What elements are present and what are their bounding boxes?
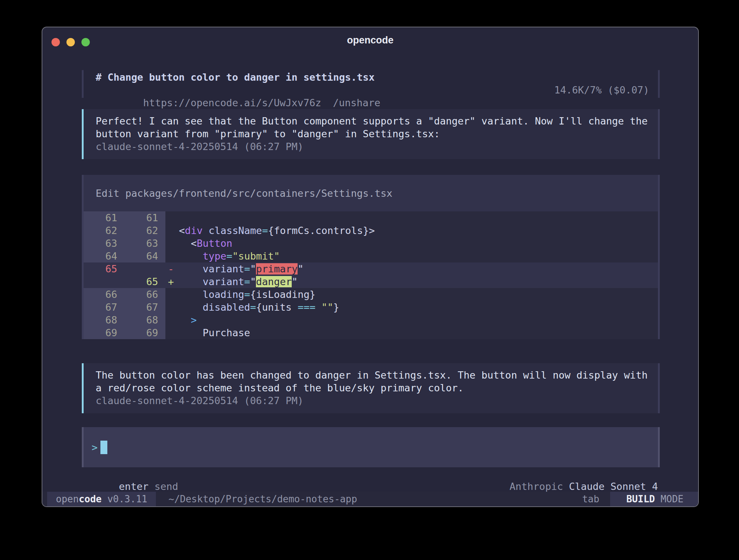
old-line-number: 67 <box>84 301 125 314</box>
model-label: Claude Sonnet 4 <box>569 481 658 492</box>
new-line-number: 69 <box>125 326 165 339</box>
code-line: loading={isLoading} <box>179 288 315 301</box>
message-line: The button color has been changed to dan… <box>96 369 649 381</box>
model-timestamp: claude-sonnet-4-20250514 (06:27 PM) <box>96 394 649 407</box>
diff-sign <box>165 326 179 339</box>
diff-row: 65- variant="primary" <box>84 262 658 275</box>
new-line-number: 66 <box>125 288 165 301</box>
prompt-symbol: > <box>92 442 97 453</box>
diff-row: 6767 disabled={units === ""} <box>84 301 658 314</box>
app-version: v0.3.11 <box>102 494 147 505</box>
diff-row: 6464 type="submit" <box>84 250 658 262</box>
new-line-number: 65 <box>125 275 165 288</box>
mode-suffix: MODE <box>655 494 684 505</box>
new-line-number <box>125 262 165 275</box>
new-line-number: 67 <box>125 301 165 314</box>
project-path: ~/Desktop/Projects/demo-notes-app <box>168 494 357 505</box>
old-line-number <box>84 275 125 288</box>
code-line: variant="danger" <box>179 275 298 288</box>
old-line-number: 66 <box>84 288 125 301</box>
diff-sign <box>165 301 179 314</box>
app-name-suffix: code <box>79 494 102 505</box>
new-line-number: 64 <box>125 250 165 262</box>
mode-name: BUILD <box>626 494 655 505</box>
old-line-number: 65 <box>84 262 125 275</box>
app-name-prefix: open <box>56 494 79 505</box>
code-line: <Button <box>179 237 232 250</box>
diff-row: 6363 <Button <box>84 237 658 250</box>
diff-row: 6666 loading={isLoading} <box>84 288 658 301</box>
app-version-badge: opencode v0.3.11 <box>47 492 156 506</box>
old-line-number: 69 <box>84 326 125 339</box>
new-line-number: 61 <box>125 211 165 224</box>
diff-sign: + <box>165 275 179 288</box>
diff-row: 65+ variant="danger" <box>84 275 658 288</box>
model-timestamp: claude-sonnet-4-20250514 (06:27 PM) <box>96 140 649 153</box>
diff-row: 6969 Purchase <box>84 326 658 339</box>
window-title: opencode <box>42 27 698 53</box>
hint-row: enter send Anthropic Claude Sonnet 4 <box>83 467 658 480</box>
edit-card: Edit packages/frontend/src/containers/Se… <box>82 175 660 339</box>
diff: 61616262<div className={formCs.controls}… <box>84 211 658 339</box>
code-line: variant="primary" <box>179 262 303 275</box>
new-line-number: 63 <box>125 237 165 250</box>
diff-sign <box>165 288 179 301</box>
session-header: # Change button color to danger in setti… <box>82 70 660 98</box>
old-line-number: 64 <box>84 250 125 262</box>
new-line-number: 68 <box>125 314 165 326</box>
text-cursor <box>100 441 107 454</box>
diff-row: 6161 <box>84 211 658 224</box>
assistant-message: The button color has been changed to dan… <box>82 363 660 413</box>
token-stats: 14.6K/7% ($0.07) <box>554 84 649 96</box>
code-line: > <box>179 314 197 326</box>
code-line: Purchase <box>179 326 250 339</box>
status-bar: opencode v0.3.11 ~/Desktop/Projects/demo… <box>42 492 698 506</box>
provider-label: Anthropic <box>510 481 569 492</box>
edit-file-header: Edit packages/frontend/src/containers/Se… <box>84 175 658 211</box>
assistant-message: Perfect! I can see that the Button compo… <box>82 109 660 159</box>
prompt-input[interactable]: > <box>82 427 660 467</box>
tab-key-hint[interactable]: tab <box>582 494 599 505</box>
diff-sign: - <box>165 262 179 275</box>
diff-row: 6262<div className={formCs.controls}> <box>84 224 658 237</box>
old-line-number: 68 <box>84 314 125 326</box>
title-bar: opencode <box>42 27 698 53</box>
message-line: Perfect! I can see that the Button compo… <box>96 115 649 127</box>
session-title: # Change button color to danger in setti… <box>96 71 649 84</box>
opencode-window: opencode # Change button color to danger… <box>42 27 699 507</box>
code-line: type="submit" <box>179 250 280 262</box>
diff-sign <box>165 237 179 250</box>
unshare-command: /unshare <box>333 97 380 108</box>
share-url: https://opencode.ai/s/UwJxv76z <box>143 97 321 108</box>
old-line-number: 63 <box>84 237 125 250</box>
diff-sign <box>165 314 179 326</box>
old-line-number: 62 <box>84 224 125 237</box>
send-action-hint: send <box>149 481 178 492</box>
old-line-number: 61 <box>84 211 125 224</box>
message-line: a red/rose color scheme instead of the b… <box>96 381 649 394</box>
diff-sign <box>165 250 179 262</box>
code-line: disabled={units === ""} <box>179 301 339 314</box>
enter-key-hint: enter <box>119 481 149 492</box>
diff-row: 6868 > <box>84 314 658 326</box>
diff-sign <box>165 224 179 237</box>
code-line: <div className={formCs.controls}> <box>179 224 375 237</box>
new-line-number: 62 <box>125 224 165 237</box>
diff-sign <box>165 211 179 224</box>
mode-badge: BUILD MODE <box>610 492 698 506</box>
message-line: button variant from "primary" to "danger… <box>96 127 649 140</box>
